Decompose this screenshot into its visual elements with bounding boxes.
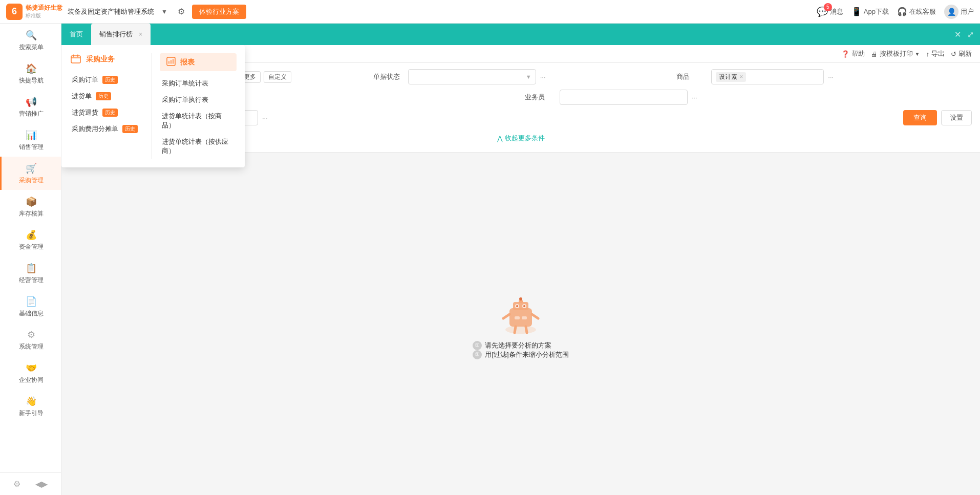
sidebar-item-inventory[interactable]: 📦 库存核算 xyxy=(0,190,61,223)
inbound-order-item[interactable]: 进货单 历史 xyxy=(70,88,147,104)
sidebar-item-marketing[interactable]: 📢 营销推广 xyxy=(0,90,61,123)
wave-icon: 👋 xyxy=(26,396,37,407)
help-label: 帮助 xyxy=(851,49,865,58)
help-btn[interactable]: ❓ 帮助 xyxy=(841,49,865,58)
inbound-stat-goods-item[interactable]: 进货单统计表（按商品） xyxy=(160,108,237,134)
sidebar-label-sales: 销售管理 xyxy=(19,143,44,152)
dropdown-left-col: 采购业务 采购订单 历史 进货单 历史 进货退货 历史 xyxy=(70,53,147,159)
purchase-order-stat-label: 采购订单统计表 xyxy=(162,79,208,88)
empty-state: ① 请先选择要分析的方案 ② 用[过滤]条件来缩小分析范围 xyxy=(61,153,980,495)
chart-icon: 📊 xyxy=(26,130,37,141)
tab-home[interactable]: 首页 xyxy=(61,24,91,45)
sidebar-item-sales[interactable]: 📊 销售管理 xyxy=(0,123,61,157)
svg-rect-3 xyxy=(509,308,532,327)
system-dropdown-btn[interactable]: ▼ xyxy=(158,7,171,16)
sidebar-item-cooperation[interactable]: 🤝 企业协同 xyxy=(0,356,61,390)
export-btn[interactable]: ↑ 导出 xyxy=(926,49,945,58)
refresh-btn[interactable]: ↺ 刷新 xyxy=(951,49,972,58)
tab-close-all-btn[interactable]: ✕ xyxy=(952,28,963,41)
tab-home-label: 首页 xyxy=(70,30,83,39)
inbound-stat-goods-label: 进货单统计表（按商品） xyxy=(162,112,235,130)
svg-point-2 xyxy=(505,326,536,334)
print-btn[interactable]: 🖨 按模板打印 ▼ xyxy=(871,49,920,58)
purchase-order-stat-item[interactable]: 采购订单统计表 xyxy=(160,75,237,92)
quick-custom-btn[interactable]: 自定义 xyxy=(264,71,291,83)
app-download-btn[interactable]: 📱 App下载 xyxy=(851,7,889,16)
megaphone-icon: 📢 xyxy=(26,96,37,107)
doc-status-select[interactable]: ▼ xyxy=(408,69,536,84)
industry-btn[interactable]: 体验行业方案 xyxy=(192,5,246,19)
dropdown-right-col: 报表 采购订单统计表 采购订单执行表 进货单统计表（按商品） 进货单统计表（按供… xyxy=(151,53,237,159)
purchase-order-label: 采购订单 xyxy=(72,75,98,84)
sidebar-label-purchase: 采购管理 xyxy=(19,176,44,185)
salesman-more-dots[interactable]: ··· xyxy=(692,94,697,101)
sidebar-label-quick-nav: 快捷导航 xyxy=(19,76,44,85)
tab-bar: 首页 销售排行榜 × ✕ ⤢ xyxy=(61,24,980,45)
empty-state-illustration xyxy=(495,289,546,335)
purchase-order-exec-item[interactable]: 采购订单执行表 xyxy=(160,92,237,108)
purchase-expense-item[interactable]: 采购费用分摊单 历史 xyxy=(70,121,147,137)
svg-point-7 xyxy=(516,305,518,307)
goods-more-dots[interactable]: ··· xyxy=(828,73,834,81)
sidebar-settings-btn[interactable]: ⚙ xyxy=(13,479,20,489)
content-area: 首页 销售排行榜 × ✕ ⤢ xyxy=(61,24,980,495)
sidebar-label-search: 搜索菜单 xyxy=(19,43,44,52)
online-service-btn[interactable]: 🎧 在线客服 xyxy=(897,7,936,16)
history-badge-0: 历史 xyxy=(102,76,118,84)
sidebar-footer: ⚙ ◀▶ xyxy=(0,472,61,495)
salesman-select[interactable] xyxy=(560,90,688,105)
history-badge-1: 历史 xyxy=(96,92,111,100)
report-title: 报表 xyxy=(180,58,195,67)
purchase-order-item[interactable]: 采购订单 历史 xyxy=(70,72,147,88)
tab-sales-rank-label: 销售排行榜 xyxy=(99,30,133,39)
tab-close-btn[interactable]: × xyxy=(139,31,142,38)
svg-rect-9 xyxy=(515,316,520,319)
message-btn[interactable]: 💬 5 消息 xyxy=(817,6,843,17)
sidebar-item-finance[interactable]: 💰 资金管理 xyxy=(0,223,61,256)
doc-status-more-dots[interactable]: ··· xyxy=(540,73,546,81)
settings-gear-btn[interactable]: ⚙ xyxy=(175,6,188,17)
purchase-dropdown-menu: 采购业务 采购订单 历史 进货单 历史 进货退货 历史 xyxy=(61,45,245,167)
settings-btn[interactable]: 设置 xyxy=(941,110,972,125)
box-icon: 📦 xyxy=(26,196,37,207)
return-goods-item[interactable]: 进货退货 历史 xyxy=(70,104,147,121)
svg-line-14 xyxy=(526,327,527,333)
query-btn[interactable]: 查询 xyxy=(903,110,937,125)
help-icon: ❓ xyxy=(841,50,849,58)
action-btn-row: 查询 设置 xyxy=(903,110,972,125)
goods-tag-close[interactable]: × xyxy=(739,73,743,80)
sidebar-item-search[interactable]: 🔍 搜索菜单 xyxy=(0,24,61,57)
inbound-stat-supplier-item[interactable]: 进货单统计表（按供应商） xyxy=(160,134,237,159)
user-btn[interactable]: 👤 用户 xyxy=(944,5,974,19)
sidebar-item-guide[interactable]: 👋 新手引导 xyxy=(0,390,61,423)
filter-doc-status: 单据状态 ▼ ··· xyxy=(373,69,669,84)
message-label: 消息 xyxy=(830,7,843,16)
history-badge-2: 历史 xyxy=(102,109,118,117)
filter-goods: 商品 设计素 × ··· xyxy=(676,69,972,84)
sidebar-label-finance: 资金管理 xyxy=(19,243,44,251)
top-header: 6 畅捷通好生意 标准版 装备及固定资产辅助管理系统 ▼ ⚙ 体验行业方案 💬 … xyxy=(0,0,980,24)
chevron-up-icon: ⋀ xyxy=(497,135,503,142)
gear-icon: ⚙ xyxy=(27,329,35,340)
sidebar-item-system[interactable]: ⚙ 系统管理 xyxy=(0,323,61,356)
salesman-label: 业务员 xyxy=(525,93,556,102)
purchase-expense-label: 采购费用分摊单 xyxy=(72,124,118,134)
sidebar-item-purchase[interactable]: 🛒 采购管理 xyxy=(0,157,61,190)
sidebar-item-operations[interactable]: 📋 经营管理 xyxy=(0,256,61,290)
sidebar-item-quick-nav[interactable]: 🏠 快捷导航 xyxy=(0,57,61,90)
customer-more-dots[interactable]: ··· xyxy=(262,114,268,122)
sidebar-label-cooperation: 企业协同 xyxy=(19,376,44,384)
tab-expand-btn[interactable]: ⤢ xyxy=(965,28,976,41)
tab-sales-rank[interactable]: 销售排行榜 × xyxy=(91,24,151,45)
notification-badge: 💬 5 xyxy=(817,6,828,17)
goods-select[interactable]: 设计素 × xyxy=(711,69,824,84)
purchase-biz-header: 采购业务 xyxy=(70,53,147,66)
print-dropdown-icon: ▼ xyxy=(915,51,920,57)
sidebar-collapse-btn[interactable]: ◀▶ xyxy=(35,479,48,489)
tip-2: ② 用[过滤]条件来缩小分析范围 xyxy=(473,350,568,359)
sidebar-item-basic-info[interactable]: 📄 基础信息 xyxy=(0,290,61,323)
svg-line-13 xyxy=(515,327,516,333)
sidebar-label-marketing: 营销推广 xyxy=(19,110,44,118)
sidebar-label-operations: 经营管理 xyxy=(19,276,44,285)
svg-point-16 xyxy=(519,297,522,300)
